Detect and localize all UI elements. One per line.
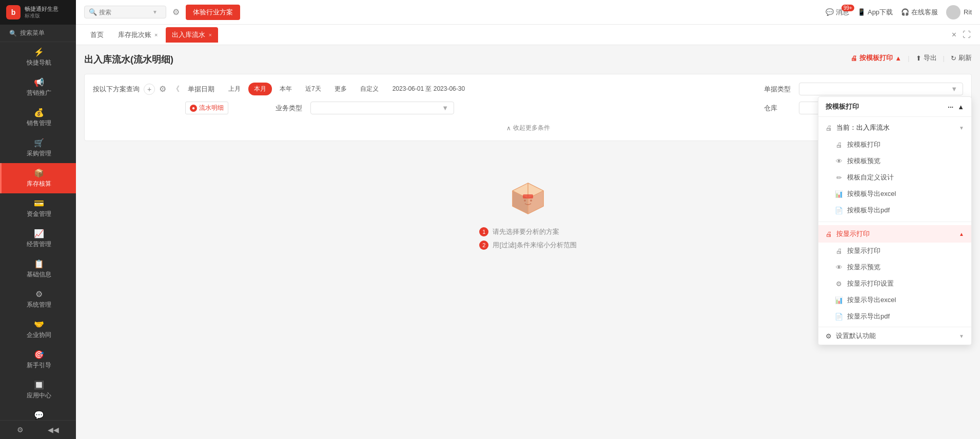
topbar-search-box[interactable]: 🔍 ▼ [84,6,166,18]
step-1-text: 请先选择要分析的方案 [493,227,559,236]
business-type-select[interactable]: ▼ [310,102,454,114]
sidebar-item-wechat[interactable]: 💬 企业微信 [0,405,76,420]
tab-batch-account[interactable]: 库存批次账 × [112,27,164,43]
sidebar-item-enterprise[interactable]: 🤝 企业协同 [0,314,76,345]
template-excel-item[interactable]: 📊 按模板导出excel [818,186,971,202]
sidebar-item-guide[interactable]: 🎯 新手引导 [0,345,76,375]
template-excel-icon: 📊 [835,190,843,198]
filter-settings-button[interactable]: ⚙ [159,84,166,94]
sidebar-item-marketing[interactable]: 📢 营销推广 [0,72,76,103]
wechat-icon: 💬 [34,410,44,420]
online-service-btn[interactable]: 🎧 在线客服 [901,8,938,17]
template-preview-item[interactable]: 👁 按模板预览 [818,153,971,169]
sidebar-item-inventory[interactable]: 📦 库存核算 [0,163,76,193]
flow-detail-tag[interactable]: ● 流水明细 [185,102,228,114]
tab-maximize-btn[interactable]: ⛶ [962,29,972,41]
tab-close-window-btn[interactable]: × [951,29,957,41]
tab-home[interactable]: 首页 [84,27,110,43]
sidebar-item-label: 采购管理 [27,149,51,158]
message-btn[interactable]: 💬 消息 99+ [826,8,849,17]
sidebar-search-label: 搜索菜单 [20,29,45,37]
dropdown-current-label: 当前：出入库流水 [836,123,890,132]
sidebar-item-sales[interactable]: 💰 销售管理 [0,103,76,133]
template-print-icon: 🖨 [835,141,843,149]
toolbar-divider2: | [943,54,945,62]
message-badge: 99+ [841,5,854,11]
sidebar-item-app-center[interactable]: 🔲 应用中心 [0,375,76,405]
tab-flow[interactable]: 出入库流水 × [166,27,218,43]
display-preview-icon: 👁 [835,263,843,271]
dropdown-header-arrow-up[interactable]: ▲ [957,103,964,111]
sidebar-settings-btn[interactable]: ⚙ [17,426,24,434]
sidebar-item-purchase[interactable]: 🛒 采购管理 [0,133,76,163]
display-preview-item[interactable]: 👁 按显示预览 [818,259,971,275]
collapse-btn-label: 收起更多条件 [513,124,550,132]
tab-batch-account-close[interactable]: × [154,32,158,38]
empty-step-2: 2 用[过滤]条件来缩小分析范围 [479,241,576,250]
bill-type-select[interactable]: ▼ [799,83,963,95]
sidebar-item-system[interactable]: ⚙ 系统管理 [0,284,76,314]
message-icon: 💬 [826,8,834,16]
template-excel-label: 按模板导出excel [847,189,896,198]
tab-flow-close[interactable]: × [208,32,211,38]
export-btn[interactable]: ⬆ 导出 [916,53,937,63]
date-custom[interactable]: 自定义 [355,83,384,95]
user-profile[interactable]: Rit [946,5,972,19]
sidebar-item-label: 资金管理 [27,210,51,218]
bill-type-arrow: ▼ [951,85,957,93]
date-last-7-days[interactable]: 近7天 [300,83,327,95]
dropdown-header-right: ··· ▲ [948,103,964,111]
inventory-icon: 📦 [34,168,44,178]
app-download-btn[interactable]: 📱 App下载 [857,8,893,17]
template-pdf-icon: 📄 [835,206,843,214]
date-last-month[interactable]: 上月 [223,83,246,95]
dropdown-section-template: 🖨 当前：出入库流水 🖨 按模板打印 👁 按模板预览 ✏ 模板自定义设计 [818,117,971,221]
topbar-settings-icon[interactable]: ⚙ [172,7,180,17]
toolbar-divider1: | [908,54,909,62]
display-pdf-label: 按显示导出pdf [847,312,890,321]
template-print-item[interactable]: 🖨 按模板打印 [818,136,971,153]
finance-icon: 💳 [34,198,44,208]
dropdown-template-header[interactable]: 🖨 当前：出入库流水 [818,119,971,136]
sidebar-item-finance[interactable]: 💳 资金管理 [0,193,76,224]
app-center-icon: 🔲 [34,380,44,390]
sidebar-item-quick-nav[interactable]: ⚡ 快捷导航 [0,42,76,72]
display-excel-item[interactable]: 📊 按显示导出excel [818,292,971,308]
date-more[interactable]: 更多 [329,83,352,95]
template-pdf-item[interactable]: 📄 按模板导出pdf [818,202,971,218]
svg-rect-5 [523,194,533,198]
online-service-label: 在线客服 [911,8,938,17]
print-label: 按模板打印 [859,53,893,63]
dropdown-footer[interactable]: ⚙ 设置默认功能 [818,327,971,345]
filter-collapse-left-btn[interactable]: 《 [172,85,180,94]
date-filter-tags: 上月 本月 本年 近7天 更多 自定义 [223,83,384,95]
sidebar-item-label: 快捷导航 [27,58,51,67]
display-print-item[interactable]: 🖨 按显示打印 [818,243,971,259]
dropdown-display-header[interactable]: 🖨 按显示打印 [818,225,971,243]
section2-toggle[interactable] [959,230,964,237]
page-toolbar: 🖨 按模板打印 ▲ | ⬆ 导出 | ↻ 刷新 [851,53,972,63]
sidebar-item-label: 经营管理 [27,240,51,249]
dropdown-footer-label: 设置默认功能 [836,331,876,341]
dropdown-more-icon[interactable]: ··· [948,103,953,111]
sidebar-search[interactable]: 🔍 搜索菜单 [0,25,76,42]
footer-arrow[interactable] [959,332,964,340]
industry-btn[interactable]: 体验行业方案 [186,5,240,20]
sidebar-item-operations[interactable]: 📈 经营管理 [0,224,76,254]
display-preview-label: 按显示预览 [847,263,880,272]
date-this-month[interactable]: 本月 [248,83,272,95]
collapse-btn[interactable]: ∧ 收起更多条件 [506,124,550,132]
section1-toggle[interactable] [959,124,964,131]
topbar-search-input[interactable] [99,9,150,16]
sidebar-item-basics[interactable]: 📋 基础信息 [0,254,76,284]
tab-home-label: 首页 [90,30,104,39]
print-btn[interactable]: 🖨 按模板打印 ▲ [851,53,901,63]
template-custom-item[interactable]: ✏ 模板自定义设计 [818,169,971,186]
date-this-year[interactable]: 本年 [274,83,298,95]
refresh-btn[interactable]: ↻ 刷新 [951,53,972,63]
filter-add-button[interactable]: + [144,84,155,95]
sidebar-collapse-btn[interactable]: ◀◀ [48,426,59,434]
display-pdf-item[interactable]: 📄 按显示导出pdf [818,308,971,325]
print-arrow-up: ▲ [895,54,901,62]
display-settings-item[interactable]: ⚙ 按显示打印设置 [818,275,971,292]
